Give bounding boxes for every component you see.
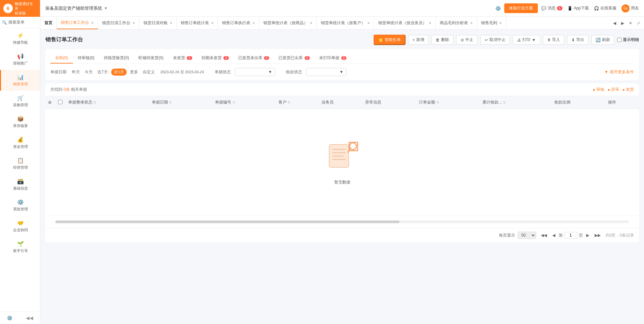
scroll-track[interactable] [55,220,629,223]
sidebar-item-purchase[interactable]: 🛒 采购管理 [0,91,40,112]
status-select[interactable]: ▼ [235,68,275,76]
export-btn[interactable]: ⬇ 导出 [567,35,589,45]
refresh-btn[interactable]: 🔄 刷新 [591,35,614,45]
tab-home[interactable]: 首页 [40,17,57,29]
topbar-settings-icon[interactable]: ⚙️ [495,6,501,11]
tab-close-sales-profit[interactable]: ✕ [499,21,502,25]
tab-sales-profit-label: 销售毛利 [481,20,497,26]
tab-close-gross-margin[interactable]: ✕ [470,21,473,25]
sidebar-item-sales[interactable]: 📊 销售管理 [0,70,40,91]
ship-action-btn[interactable]: ● 发货 [622,87,634,92]
smart-btn[interactable]: ⭐ 智能生单 [374,35,405,45]
filter-tab-all[interactable]: 全部(0) [50,53,73,64]
tab-prev-btn[interactable]: ◀ [611,20,618,27]
online-service-action[interactable]: 🎧 在线客服 [594,5,616,11]
tab-close-sales-workbench[interactable]: ✕ [91,21,94,25]
tab-close-sales-stat-product[interactable]: ✕ [310,21,312,25]
scroll-thumb[interactable] [55,220,399,223]
user-action[interactable]: Ea 用友 [621,4,639,12]
system-dropdown[interactable]: ▼ [104,6,108,10]
page-size-select[interactable]: 50 10 20 100 [518,232,536,239]
add-btn[interactable]: + 新增 [408,35,429,45]
tab-sales-exec[interactable]: 销售订单执行表 ✕ [218,17,259,29]
prev-page-btn[interactable]: ◀ [550,232,557,238]
cancel-review-action-btn[interactable]: ● 弃审 [608,87,619,92]
tab-sales-stat-salesman[interactable]: 销货单统计表（按业务员） ✕ [374,17,436,29]
tab-next-btn[interactable]: ▶ [619,20,626,27]
date-opt-today[interactable]: 今天 [83,69,94,76]
tab-sales-stat[interactable]: 销售订单统计表 ✕ [177,17,218,29]
app-download-action[interactable]: 📱 App下载 [567,5,589,11]
last-page-btn[interactable]: ▶▶ [593,232,603,238]
settings-bottom-btn[interactable]: ⚙️ [7,315,12,321]
filter-tab-wangpu-ship[interactable]: 旺铺待发货(0) [134,53,168,64]
expand-btn[interactable]: ▼ 展开更多条件 [604,69,634,75]
filter-tab-pending-inspect[interactable]: 待拣货验货(0) [99,53,134,64]
sidebar-item-quick-nav[interactable]: ⚡ 快捷导航 [0,28,40,49]
sort-collected-icon[interactable]: ⇅ [503,100,506,104]
tab-cash-daily[interactable]: 钱货日清工作台 ✕ [98,17,139,29]
tab-close-sales-stat[interactable]: ✕ [211,21,214,25]
tab-close-sales-stat-salesman[interactable]: ✕ [429,21,431,25]
empty-state: 暂无数据 [48,112,636,212]
delete-btn[interactable]: 🗑 删除 [431,35,454,45]
first-page-btn[interactable]: ◀◀ [539,232,549,238]
sidebar-search[interactable]: 🔍 搜索菜单 [0,17,40,28]
tab-sales-stat-product[interactable]: 销货单统计表（按商品） ✕ [259,17,317,29]
tab-cash-reconcile[interactable]: 钱货日清对账 ✕ [139,17,177,29]
tab-close-cash-daily[interactable]: ✕ [132,21,135,25]
message-action[interactable]: 💬 消息 6 [541,5,562,11]
date-opt-yesterday[interactable]: 昨天 [71,69,81,76]
tab-sales-stat-product-label: 销货单统计表（按商品） [263,20,308,26]
inventory-icon: 📦 [17,116,24,122]
page-number-input[interactable] [564,232,577,239]
sort-number-icon[interactable]: ⇅ [232,100,235,104]
select-all-checkbox[interactable] [58,100,62,104]
sort-amount-icon[interactable]: ⇅ [436,100,439,104]
sidebar-item-operations[interactable]: 📋 经营管理 [0,153,40,174]
tab-close-sales-stat-customer[interactable]: ✕ [367,21,370,25]
sidebar-item-basic-info[interactable]: 🗃️ 基础信息 [0,174,40,195]
sort-date-icon[interactable]: ⇅ [169,100,172,104]
sort-status-icon[interactable]: ⇅ [93,100,96,104]
sidebar-item-inventory[interactable]: 📦 库存核算 [0,112,40,132]
sort-customer-icon[interactable]: ⇅ [288,100,290,104]
filter-tab-not-printed[interactable]: 未打印单据 0 [314,53,351,64]
filter-tab-expired-not-shipped[interactable]: 到期未发货 0 [197,53,233,64]
cancel-stop-btn[interactable]: ↩ 取消中止 [480,35,510,45]
next-page-btn[interactable]: ▶ [584,232,591,238]
stop-btn[interactable]: ⊘ 中止 [456,35,478,45]
filter-tab-not-shipped[interactable]: 未发货 0 [168,53,197,64]
collapse-btn[interactable]: ◀◀ [26,315,33,321]
tab-close-all-btn[interactable]: ✕ [627,20,634,27]
date-opt-7days[interactable]: 近7天 [96,69,109,76]
filter-tab-shipped-not-out[interactable]: 已发货未出库 0 [233,53,274,64]
date-opt-custom[interactable]: 自定义 [141,69,156,76]
sidebar-item-guide[interactable]: 🌱 新手引导 [0,237,40,257]
sidebar-item-marketing[interactable]: 📢 营销推广 [0,49,40,70]
tab-sales-profit[interactable]: 销售毛利 ✕ [477,17,506,29]
th-settings[interactable]: ⚙ [45,96,55,109]
date-opt-more[interactable]: 更多 [129,69,139,76]
payment-select[interactable]: ▼ [306,68,346,76]
horizontal-scrollbar-track[interactable] [45,216,639,228]
show-detail-checkbox[interactable]: 显示明细 [617,37,639,43]
solution-btn[interactable]: 体验行业方案 [504,3,538,13]
filter-tab-shipped-out[interactable]: 已发货已出库 0 [274,53,314,64]
sidebar-item-finance[interactable]: 💰 资金管理 [0,132,40,153]
th-checkbox[interactable] [55,96,66,109]
review-action-btn[interactable]: ● 审核 [593,87,604,92]
filter-tab-pending-review[interactable]: 待审核(0) [73,53,99,64]
sidebar-item-cooperation[interactable]: 🤝 企业协同 [0,216,40,237]
show-detail-input[interactable] [617,38,621,42]
import-btn[interactable]: ⬆ 导入 [543,35,564,45]
print-btn[interactable]: 🖨 打印 ▼ [513,35,540,45]
tab-sales-workbench[interactable]: 销售订单工作台 ✕ [57,17,98,29]
tab-gross-margin[interactable]: 商品毛利分析表 ✕ [436,17,477,29]
tab-sales-stat-customer[interactable]: 销货单统计表（按客户） ✕ [317,17,374,29]
tab-close-cash-reconcile[interactable]: ✕ [170,21,172,25]
sidebar-item-system[interactable]: ⚙️ 系统管理 [0,195,40,216]
tab-expand-btn[interactable]: ⤢ [635,20,642,27]
date-opt-1month[interactable]: 近1月 [111,69,127,76]
tab-close-sales-exec[interactable]: ✕ [252,21,255,25]
